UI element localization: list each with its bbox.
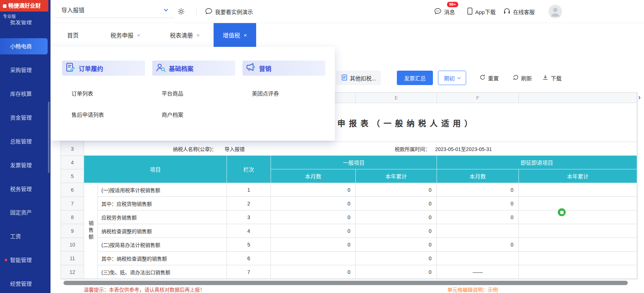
menu-item[interactable]: 平台商品 [162, 88, 230, 99]
value-cell-row9-col4[interactable] [519, 224, 637, 238]
sidebar-item-9[interactable]: 固定资产 [0, 206, 51, 219]
sidebar-item-3[interactable]: 采购管理 [0, 64, 51, 77]
value-cell-row8-col4[interactable] [519, 210, 637, 224]
value-cell-row6-col2[interactable]: 0 [356, 183, 437, 197]
column-letter-E[interactable]: E [356, 93, 437, 103]
value-cell-row6-col4[interactable] [519, 183, 637, 197]
other-tax-tab[interactable]: 其他扣税... [336, 71, 381, 85]
menu-item[interactable]: 美团点评券 [252, 88, 320, 99]
row-number-3[interactable]: 3 [61, 142, 84, 156]
menu-item[interactable]: 售后申请列表 [71, 110, 140, 120]
demo-link[interactable]: 我要看实例演示 [205, 0, 253, 23]
close-icon[interactable]: × [137, 32, 140, 38]
value-cell-row7-col3[interactable]: 0 [437, 197, 519, 210]
app-download-button[interactable]: App下载 [467, 0, 496, 23]
invoice-summary-button[interactable]: 发票汇总 [397, 71, 433, 85]
tab-2[interactable]: 税务申报× [101, 23, 150, 47]
row-number-10[interactable]: 10 [61, 238, 84, 252]
period-select[interactable]: 期初 [438, 71, 466, 85]
sidebar-item-12[interactable]: 经营管理 [0, 278, 51, 290]
account-select[interactable]: 导入报错 [55, 3, 174, 18]
value-cell-row11-col2[interactable]: 0 [356, 252, 437, 265]
menu-section-1: 订单履约订单列表售后申请列表 [62, 47, 145, 141]
item-cell-row10[interactable]: (二)按简易办法计税销售额 [98, 238, 227, 252]
row-number-9[interactable]: 9 [61, 224, 84, 238]
value-cell-row8-col3[interactable]: 0 [437, 210, 519, 224]
scroll-right-icon[interactable]: › [638, 93, 641, 101]
close-icon[interactable]: × [244, 32, 247, 38]
tab-1[interactable]: 首页 [58, 23, 88, 47]
sidebar-item-2[interactable]: 小畅电商 [0, 38, 48, 54]
row-number-12[interactable]: 12 [61, 265, 84, 279]
row-number-5[interactable]: 5 [61, 169, 84, 183]
horizontal-scrollbar[interactable] [63, 281, 628, 285]
value-cell-row8-col2[interactable]: 0 [356, 210, 437, 224]
reset-button[interactable]: 重置 [476, 71, 502, 85]
row-number-11[interactable]: 11 [61, 252, 84, 265]
sidebar-item-8[interactable]: 税务管理 [0, 183, 51, 196]
item-cell-row6[interactable]: (一)按适用税率计税销售额 [98, 183, 227, 197]
item-cell-row7[interactable]: 其中：应税货物销售额 [98, 197, 227, 210]
menu-section-header[interactable]: 基础档案 [152, 61, 235, 76]
value-cell-row7-col1[interactable]: 0 [271, 197, 356, 210]
value-cell-row10-col1[interactable]: 0 [271, 238, 356, 252]
row-number-6[interactable]: 6 [61, 183, 84, 197]
tab-4[interactable]: 增值税× [214, 23, 257, 47]
menu-item[interactable]: 商户档案 [162, 110, 230, 120]
sidebar-item-10[interactable]: 工资 [0, 230, 51, 243]
value-cell-row6-col1[interactable]: 0 [271, 183, 356, 197]
download-button[interactable]: 下载 [539, 71, 565, 85]
value-cell-row7-col4[interactable] [519, 197, 637, 210]
sidebar-item-4[interactable]: 库存核算 [0, 88, 51, 101]
value-cell-row9-col1[interactable]: 0 [271, 224, 356, 238]
value-cell-row8-col1[interactable]: 0 [271, 210, 356, 224]
sidebar-item-5[interactable]: 资金管理 [0, 111, 51, 124]
row-number-8[interactable]: 8 [61, 210, 84, 224]
item-cell-row12[interactable]: (三)免、抵、退办法出口销售额 [98, 265, 227, 279]
lane-cell-row6[interactable]: 1 [227, 183, 271, 197]
column-letter-cell[interactable] [519, 93, 637, 103]
menu-item[interactable]: 订单列表 [71, 88, 140, 99]
avatar[interactable] [548, 5, 562, 18]
lane-cell-row9[interactable]: 4 [227, 224, 271, 238]
value-cell-row10-col3[interactable]: 0 [437, 238, 519, 252]
sidebar-item-7[interactable]: 发票管理 [0, 159, 51, 172]
menu-section-2: 基础档案平台商品商户档案 [152, 47, 235, 141]
item-cell-row11[interactable]: 其中：纳税检查调整的销售额 [98, 252, 227, 265]
close-icon[interactable]: × [197, 32, 200, 38]
floating-assistant-icon[interactable] [558, 208, 566, 216]
value-cell-row12-col1[interactable]: 0 [271, 265, 356, 279]
item-cell-row8[interactable]: 应税劳务销售额 [98, 210, 227, 224]
tax-period: 税款所属时间： 2023-05-01至2023-05-31 [395, 142, 492, 155]
menu-section-header[interactable]: 订单履约 [62, 61, 145, 76]
value-cell-row12-col4[interactable] [519, 265, 637, 279]
value-cell-row10-col4[interactable] [519, 238, 637, 252]
value-cell-row12-col3[interactable]: —— [437, 265, 519, 279]
value-cell-row11-col4[interactable] [519, 252, 637, 265]
value-cell-row11-col1[interactable] [271, 252, 356, 265]
value-cell-row11-col3[interactable] [437, 252, 519, 265]
gear-icon[interactable] [178, 8, 185, 17]
column-letter-F[interactable]: F [437, 93, 519, 103]
menu-section-header[interactable]: 营销 [242, 61, 325, 76]
lane-cell-row10[interactable]: 5 [227, 238, 271, 252]
tab-3[interactable]: 税表清册× [161, 23, 209, 47]
value-cell-row9-col3[interactable] [437, 224, 519, 238]
value-cell-row9-col2[interactable]: 0 [356, 224, 437, 238]
value-cell-row6-col3[interactable]: 0 [437, 183, 519, 197]
value-cell-row10-col2[interactable]: 0 [356, 238, 437, 252]
sidebar-item-11[interactable]: 智能管理 [0, 254, 51, 267]
item-cell-row9[interactable]: 纳税检查调整的销售额 [98, 224, 227, 238]
messages-button[interactable]: 消息 99+ [434, 0, 455, 23]
lane-cell-row11[interactable]: 6 [227, 252, 271, 265]
lane-cell-row12[interactable]: 7 [227, 265, 271, 279]
value-cell-row7-col2[interactable]: 0 [356, 197, 437, 210]
sidebar-item-6[interactable]: 总账管理 [0, 135, 51, 148]
refresh-button[interactable]: 刷新 [509, 71, 535, 85]
row-number-4[interactable]: 4 [61, 156, 84, 169]
value-cell-row12-col2[interactable]: 0 [356, 265, 437, 279]
online-support-button[interactable]: 在线客服 [503, 0, 535, 23]
lane-cell-row7[interactable]: 2 [227, 197, 271, 210]
row-number-7[interactable]: 7 [61, 197, 84, 210]
lane-cell-row8[interactable]: 3 [227, 210, 271, 224]
